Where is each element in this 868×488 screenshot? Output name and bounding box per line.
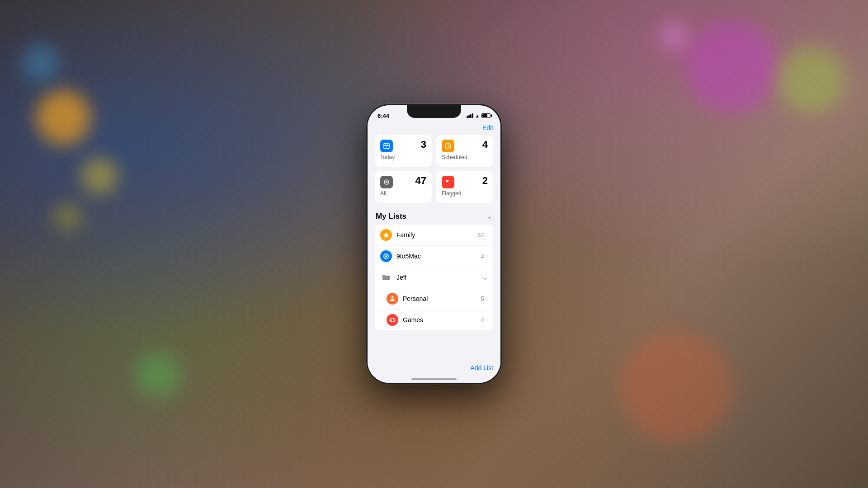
bokeh-2 bbox=[81, 158, 118, 194]
scheduled-label: Scheduled bbox=[442, 154, 488, 160]
flagged-count: 2 bbox=[482, 176, 488, 186]
svg-point-17 bbox=[393, 319, 394, 320]
9to5mac-chevron: › bbox=[486, 253, 488, 259]
jeff-group-chevron: ⌄ bbox=[483, 274, 488, 281]
signal-bar-4 bbox=[472, 113, 473, 118]
edit-row: Edit bbox=[375, 122, 493, 135]
family-chevron: › bbox=[486, 232, 488, 238]
home-indicator bbox=[411, 378, 457, 380]
phone-screen: 6:44 ▲ bbox=[368, 105, 500, 383]
smart-card-all[interactable]: 47 All bbox=[375, 171, 432, 203]
notch bbox=[407, 105, 461, 118]
games-chevron: › bbox=[486, 317, 488, 323]
battery-icon bbox=[481, 113, 491, 118]
my-lists-section-header[interactable]: My Lists ⌄ bbox=[375, 210, 493, 225]
personal-name: Personal bbox=[403, 295, 481, 302]
all-icon bbox=[380, 176, 393, 188]
personal-icon bbox=[387, 293, 398, 305]
bokeh-4 bbox=[687, 23, 778, 113]
bokeh-9 bbox=[660, 23, 687, 50]
games-count: 4 bbox=[481, 316, 484, 324]
all-count: 47 bbox=[415, 176, 426, 186]
svg-line-7 bbox=[448, 146, 449, 147]
smart-card-flagged[interactable]: 2 Flagged bbox=[436, 171, 493, 203]
scheduled-icon bbox=[442, 140, 454, 152]
bokeh-6 bbox=[23, 45, 59, 81]
group-item-jeff[interactable]: Jeff ⌄ bbox=[375, 267, 493, 288]
edit-button[interactable]: Edit bbox=[482, 124, 493, 131]
status-icons: ▲ bbox=[467, 113, 491, 118]
smart-card-top-scheduled: 4 bbox=[442, 140, 488, 152]
smart-card-top-all: 47 bbox=[380, 176, 426, 188]
bottom-bar: Add List bbox=[470, 364, 493, 372]
list-item-family[interactable]: Family 34 › bbox=[375, 225, 493, 246]
bokeh-3 bbox=[54, 203, 81, 230]
my-lists-chevron: ⌄ bbox=[487, 213, 492, 220]
family-icon bbox=[380, 229, 392, 241]
add-list-button[interactable]: Add List bbox=[470, 364, 493, 371]
smart-card-top-today: 7 3 bbox=[380, 140, 426, 152]
jeff-folder-icon bbox=[380, 272, 392, 283]
today-icon: 7 bbox=[380, 140, 393, 152]
family-count: 34 bbox=[477, 231, 484, 239]
status-time: 6:44 bbox=[377, 113, 389, 119]
flagged-icon bbox=[442, 176, 454, 188]
svg-point-9 bbox=[386, 181, 387, 183]
bokeh-5 bbox=[778, 45, 845, 113]
svg-point-12 bbox=[385, 255, 387, 257]
flagged-label: Flagged bbox=[442, 190, 488, 197]
wifi-icon: ▲ bbox=[475, 113, 480, 118]
svg-point-13 bbox=[392, 296, 394, 299]
svg-marker-10 bbox=[383, 232, 389, 238]
signal-icon bbox=[467, 113, 473, 118]
today-count: 3 bbox=[421, 140, 426, 150]
9to5mac-icon bbox=[380, 250, 392, 262]
bokeh-1 bbox=[36, 90, 90, 145]
list-item-personal[interactable]: Personal 5 › bbox=[375, 288, 493, 310]
signal-bar-3 bbox=[470, 114, 472, 118]
games-icon bbox=[387, 314, 398, 326]
scheduled-count: 4 bbox=[482, 140, 488, 150]
jeff-group-name: Jeff bbox=[396, 274, 483, 281]
bokeh-8 bbox=[136, 352, 181, 398]
smart-card-today[interactable]: 7 3 Today bbox=[375, 135, 432, 167]
battery-fill bbox=[482, 114, 487, 117]
phone-wrapper: 6:44 ▲ bbox=[366, 104, 502, 384]
my-lists-title: My Lists bbox=[376, 212, 406, 221]
bokeh-7 bbox=[619, 330, 732, 443]
smart-card-scheduled[interactable]: 4 Scheduled bbox=[436, 135, 493, 167]
signal-bar-2 bbox=[468, 115, 470, 118]
list-item-games[interactable]: Games 4 › bbox=[375, 310, 493, 330]
smart-card-top-flagged: 2 bbox=[442, 176, 488, 188]
personal-chevron: › bbox=[486, 296, 488, 302]
smart-lists-grid: 7 3 Today bbox=[375, 135, 493, 203]
today-label: Today bbox=[380, 154, 426, 160]
personal-count: 5 bbox=[481, 295, 484, 302]
signal-bar-1 bbox=[467, 116, 468, 118]
svg-point-18 bbox=[394, 320, 395, 321]
lists-container: Family 34 › 9to5Mac 4 bbox=[375, 225, 493, 330]
games-name: Games bbox=[403, 316, 481, 324]
phone-device: 6:44 ▲ bbox=[366, 104, 502, 384]
9to5mac-count: 4 bbox=[481, 253, 484, 260]
svg-text:7: 7 bbox=[386, 146, 387, 149]
list-item-9to5mac[interactable]: 9to5Mac 4 › bbox=[375, 246, 493, 267]
9to5mac-name: 9to5Mac bbox=[396, 253, 481, 260]
screen-content: Edit 7 bbox=[368, 122, 500, 383]
all-label: All bbox=[380, 190, 426, 197]
family-name: Family bbox=[396, 231, 477, 239]
